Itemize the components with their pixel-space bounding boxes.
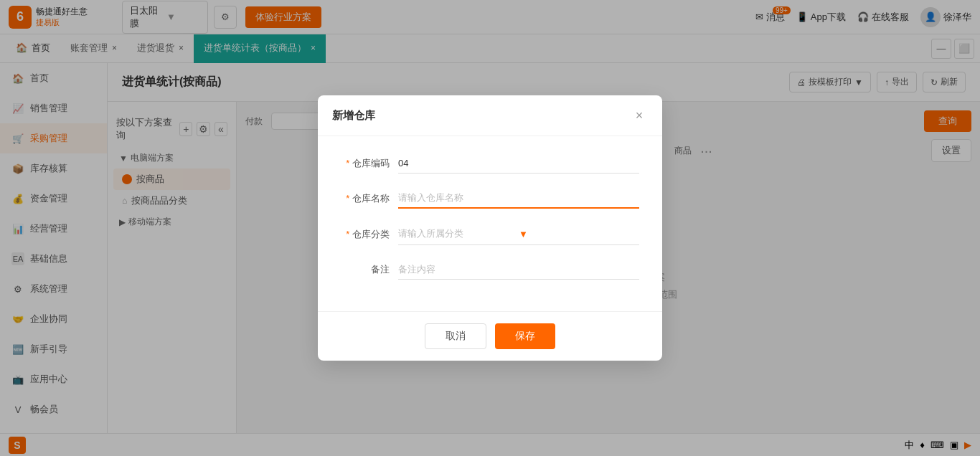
modal-footer: 取消 保存	[318, 311, 662, 361]
category-label-text: 仓库分类	[352, 229, 390, 239]
warehouse-code-input[interactable]	[398, 153, 639, 174]
category-placeholder: 请输入所属分类	[398, 227, 519, 240]
code-label-text: 仓库编码	[352, 158, 390, 168]
required-star-name: *	[346, 193, 349, 204]
remark-label: 备注	[341, 263, 398, 276]
required-star-category: *	[346, 229, 349, 239]
warehouse-category-select[interactable]: 请输入所属分类 ▼	[398, 223, 639, 245]
warehouse-remark-input[interactable]	[398, 260, 639, 280]
form-row-remark: 备注	[341, 260, 639, 280]
form-row-category: * 仓库分类 请输入所属分类 ▼	[341, 223, 639, 245]
code-label: * 仓库编码	[341, 157, 398, 170]
category-label: * 仓库分类	[341, 228, 398, 241]
modal-header: 新增仓库 ×	[318, 95, 662, 136]
cancel-button[interactable]: 取消	[425, 323, 486, 349]
form-row-code: * 仓库编码	[341, 153, 639, 174]
modal-title: 新增仓库	[332, 109, 631, 123]
modal-body: * 仓库编码 * 仓库名称 * 仓库分类 请输入	[318, 136, 662, 311]
remark-label-text: 备注	[371, 264, 390, 275]
modal-overlay[interactable]: 新增仓库 × * 仓库编码 * 仓库名称	[0, 0, 980, 456]
name-label-text: 仓库名称	[352, 193, 390, 204]
warehouse-name-input[interactable]	[398, 188, 639, 209]
category-dropdown-arrow: ▼	[519, 229, 639, 239]
name-label: * 仓库名称	[341, 192, 398, 205]
form-row-name: * 仓库名称	[341, 188, 639, 209]
required-star-code: *	[346, 158, 349, 168]
save-button[interactable]: 保存	[495, 323, 555, 349]
modal-close-button[interactable]: ×	[631, 107, 648, 124]
new-warehouse-modal: 新增仓库 × * 仓库编码 * 仓库名称	[318, 95, 662, 361]
